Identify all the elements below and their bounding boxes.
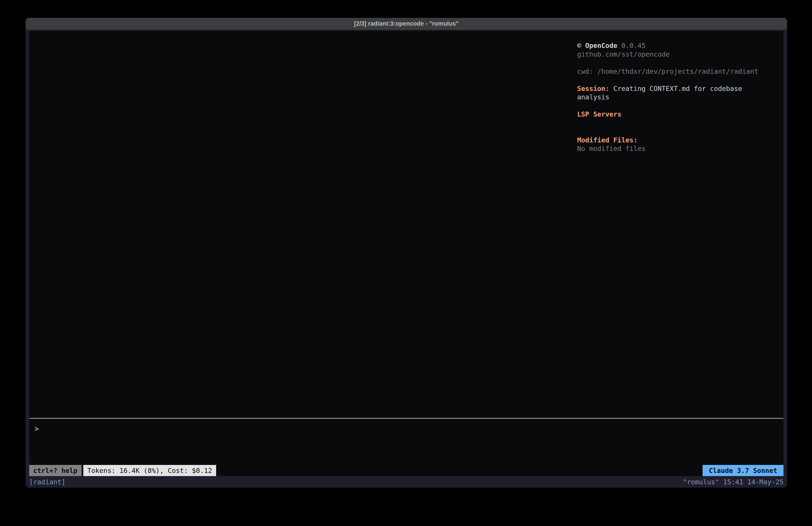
- terminal-content: © OpenCode 0.0.45 github.com/sst/opencod…: [26, 30, 787, 488]
- close-button-icon[interactable]: [30, 22, 35, 26]
- conversation-scroll-region[interactable]: [29, 31, 577, 415]
- model-chip[interactable]: Claude 3.7 Sonnet: [702, 465, 783, 476]
- tmux-host-clock: "romulus" 15:41 14-May-25: [683, 478, 783, 486]
- cwd-path: /home/thdxr/dev/projects/radiant/radiant: [597, 68, 758, 75]
- tokens-cost-chip: Tokens: 16.4K (8%), Cost: $0.12: [83, 465, 216, 476]
- tmux-session-name: [radiant]: [29, 478, 70, 486]
- brand-line: © OpenCode 0.0.45: [577, 41, 778, 50]
- version-label: 0.0.45: [618, 42, 646, 49]
- window-titlebar[interactable]: [2/3] radiant:3:opencode - "romulus": [26, 18, 787, 30]
- opencode-logo: © OpenCode: [577, 42, 618, 49]
- help-chip[interactable]: ctrl+? help: [29, 465, 82, 476]
- session-label: Session: [577, 85, 605, 93]
- message-input[interactable]: >: [34, 425, 783, 433]
- traffic-lights: [30, 18, 49, 30]
- status-bar: ctrl+? help Tokens: 16.4K (8%), Cost: $0…: [29, 465, 783, 476]
- prompt-symbol: >: [34, 425, 39, 433]
- info-sidebar: © OpenCode 0.0.45 github.com/sst/opencod…: [577, 31, 783, 415]
- input-divider: [29, 418, 783, 419]
- terminal-window: [2/3] radiant:3:opencode - "romulus" © O…: [26, 18, 787, 488]
- modified-files-empty: No modified files: [577, 144, 778, 153]
- lsp-servers-heading: LSP Servers: [577, 110, 778, 119]
- opencode-app: © OpenCode 0.0.45 github.com/sst/opencod…: [29, 31, 783, 476]
- tmux-status-bar: [radiant] "romulus" 15:41 14-May-25: [26, 476, 787, 488]
- composer-area: >: [29, 415, 783, 465]
- session-line: Session: Creating CONTEXT.md for codebas…: [577, 84, 778, 102]
- zoom-button-icon[interactable]: [45, 22, 49, 26]
- modified-files-heading: Modified Files:: [577, 136, 778, 145]
- window-title: [2/3] radiant:3:opencode - "romulus": [26, 20, 787, 27]
- status-spacer: [216, 465, 694, 476]
- tmux-window-list: [radiant]: [29, 478, 683, 486]
- cwd-line: cwd: /home/thdxr/dev/projects/radiant/ra…: [577, 67, 778, 76]
- repo-link[interactable]: github.com/sst/opencode: [577, 50, 778, 59]
- minimize-button-icon[interactable]: [38, 22, 42, 26]
